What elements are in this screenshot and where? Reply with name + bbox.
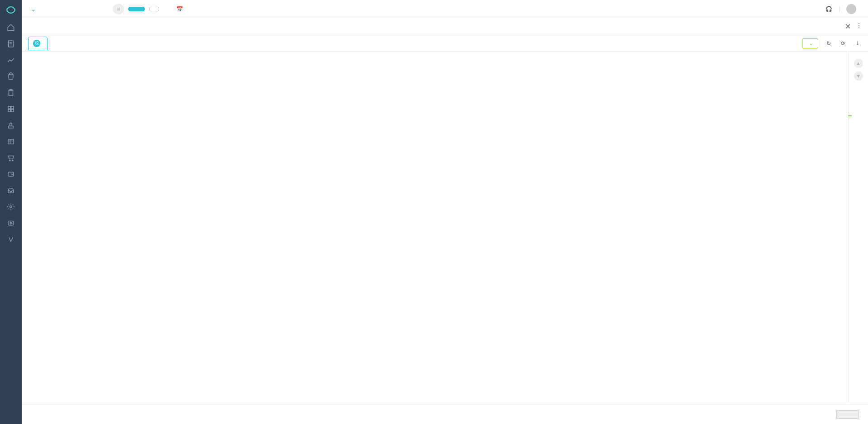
svg-rect-8 [11, 110, 14, 112]
gear-icon[interactable] [6, 202, 16, 212]
video-icon[interactable] [6, 218, 16, 228]
consult-link[interactable]: 🎧 [826, 6, 832, 12]
table-icon[interactable] [6, 137, 16, 147]
inbox-icon[interactable] [6, 186, 16, 195]
logo-icon [5, 4, 17, 16]
svg-rect-5 [8, 106, 10, 109]
svg-rect-7 [8, 110, 10, 112]
home-icon[interactable] [6, 23, 16, 33]
svg-point-17 [10, 206, 12, 208]
v-icon[interactable] [6, 234, 16, 244]
clipboard-icon[interactable] [6, 88, 16, 98]
history-icon[interactable]: ≡ [113, 4, 124, 14]
reset-button[interactable]: ↻ [826, 40, 833, 47]
svg-marker-19 [10, 222, 13, 224]
wallet-icon[interactable] [6, 169, 16, 179]
download-button[interactable]: ⤓ [855, 40, 862, 47]
year-badge [848, 115, 852, 116]
chevron-down-icon: ⌄ [809, 40, 813, 47]
month-down-icon[interactable]: ▼ [854, 71, 863, 81]
close-all-icon[interactable]: ✕ [845, 22, 851, 31]
init-button[interactable]: ⌄ [802, 38, 818, 48]
stamp-icon[interactable] [6, 120, 16, 130]
svg-point-16 [12, 174, 13, 175]
sidebar [0, 0, 22, 424]
company-selector[interactable]: ⌄ [27, 5, 108, 13]
subtab-stamp-quarterly[interactable]: 税 [28, 37, 47, 50]
chart-icon[interactable] [6, 55, 16, 65]
svg-point-13 [9, 160, 10, 161]
chevron-down-icon: ⌄ [31, 5, 36, 13]
month-up-icon[interactable]: ▲ [854, 59, 863, 68]
svg-point-14 [12, 160, 13, 161]
switch-old-button[interactable] [149, 7, 159, 11]
sample-swatch [836, 410, 859, 419]
topbar: ⌄ ≡ 📅 🎧 | [22, 0, 868, 18]
svg-rect-10 [8, 139, 14, 144]
refresh-button[interactable]: ⟳ [841, 40, 847, 47]
doc-icon[interactable] [6, 39, 16, 49]
svg-rect-9 [9, 126, 14, 129]
footer [22, 404, 868, 424]
calendar-icon[interactable]: 📅 [176, 6, 183, 12]
cart-icon[interactable] [6, 153, 16, 163]
subtabs-bar: 税 ⌄ ↻ ⟳ ⤓ [22, 35, 868, 52]
workspace-button[interactable] [128, 7, 145, 11]
avatar[interactable] [846, 4, 856, 14]
tabs-bar: ✕ ⋮ [22, 18, 868, 35]
grid-icon[interactable] [6, 104, 16, 114]
bag-icon[interactable] [6, 71, 16, 81]
more-tabs-icon[interactable]: ⋮ [856, 22, 862, 31]
subtab-icon: 税 [33, 40, 40, 47]
svg-rect-6 [11, 106, 14, 109]
spreadsheet[interactable] [22, 52, 848, 402]
month-panel: ▲ ▼ [848, 52, 868, 402]
